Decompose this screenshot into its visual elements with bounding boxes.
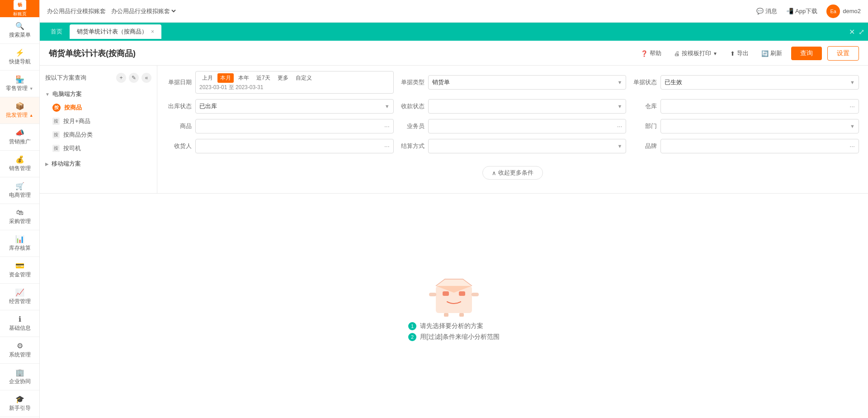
sidebar-item-system[interactable]: ⚙ 系统管理 [0,337,39,364]
header-right: 💬 消息 📲 App下载 Ea demo2 [756,5,861,18]
sidebar-item-enterprise[interactable]: 🏢 企业协同 [0,364,39,390]
warehouse-control[interactable]: ··· [660,99,859,114]
export-btn[interactable]: ⬆ 导出 [726,48,752,59]
dept-arrow-icon[interactable]: ▼ [850,124,855,129]
goods-ellipsis-icon[interactable]: ··· [384,123,390,130]
scheme-collapse-btn[interactable]: « [142,73,151,83]
settlement-control[interactable]: ▼ [428,139,627,153]
doctype-label: 单据类型 [399,78,425,86]
sidebar-item-newbie[interactable]: 🎓 新手引导 [0,390,39,417]
sidebar-item-finance[interactable]: 💳 资金管理 [0,257,39,284]
messages-label: 消息 [765,7,777,15]
filter-field-goods: 商品 ··· [166,119,394,133]
settlement-arrow-icon[interactable]: ▼ [617,143,622,149]
scheme-item-by-category[interactable]: 按 按商品分类 [47,128,157,142]
sidebar-item-operation[interactable]: 📈 经营管理 [0,284,39,310]
sidebar-item-retail[interactable]: 🏪 零售管理 ▼ [0,71,39,97]
purchase-icon: 🛍 [2,209,38,217]
app-download-btn[interactable]: 📲 App下载 [786,7,817,15]
goods-control[interactable]: ··· [195,119,394,133]
sidebar-item-label: 经营管理 [9,298,31,304]
svg-rect-2 [459,291,465,296]
scheme-panel-title: 按以下方案查询 [45,74,113,82]
sidebar-item-label: 营销推广 [9,138,31,145]
sidebar-item-quicknav[interactable]: ⚡ 快捷导航 [0,44,39,71]
scheme-group-desktop-label: 电脑端方案 [52,90,82,98]
scheme-item-by-goods[interactable]: 按 按商品 [47,101,157,114]
sidebar-item-label: 资金管理 [9,271,31,278]
sidebar-item-search[interactable]: 🔍 搜索菜单 [0,17,39,44]
scheme-item-icon: 按 [52,131,60,138]
template-print-btn[interactable]: 🖨 按模板打印 ▼ [670,48,721,59]
scheme-item-icon: 按 [52,118,60,125]
filter-field-warehouse: 仓库 ··· [632,99,859,114]
brand-ellipsis-icon[interactable]: ··· [849,142,855,150]
empty-hint-1: 1 请先选择要分析的方案 [408,322,500,330]
query-btn[interactable]: 查询 [791,47,822,60]
industry-selector[interactable]: 办公用品行业模拟账套 [109,7,177,15]
sidebar-item-ecommerce[interactable]: 🛒 电商管理 [0,177,39,204]
tab-current[interactable]: 销货单统计计表（按商品） × [70,24,161,39]
filter-section: 按以下方案查询 + ✎ « [40,66,868,193]
receiver-control[interactable]: ··· [195,139,394,153]
scheme-panel-header: 按以下方案查询 + ✎ « [40,70,157,86]
outstatus-arrow-icon[interactable]: ▼ [385,104,390,109]
svg-rect-1 [443,291,449,296]
date-filter-control[interactable]: 上月 本月 本年 近7天 更多 自定义 2023-03-01 至 2023-03… [195,71,394,94]
app-logo: 畅 标账页 [0,0,39,17]
page-actions: ❓ 帮助 🖨 按模板打印 ▼ ⬆ 导出 🔄 刷新 [637,46,859,61]
receiver-ellipsis-icon[interactable]: ··· [384,142,390,150]
window-maximize-btn[interactable]: ⤢ [859,28,864,36]
salesperson-control[interactable]: ··· [428,119,627,133]
sidebar-item-basic[interactable]: ℹ 基础信息 [0,310,39,337]
scheme-group-mobile: ▶ 移动端方案 [40,157,157,171]
scheme-add-btn[interactable]: + [116,73,126,83]
outstatus-value: 已出库 [199,102,385,110]
sidebar-item-purchase[interactable]: 🛍 采购管理 [0,204,39,230]
warehouse-ellipsis-icon[interactable]: ··· [849,103,855,110]
main-area: 办公用品行业模拟账套 办公用品行业模拟账套 💬 消息 📲 App下载 Ea de… [40,0,868,418]
scheme-group-mobile-header[interactable]: ▶ 移动端方案 [40,157,157,171]
doctype-control[interactable]: 销货单 ▼ [428,75,627,90]
window-close-btn[interactable]: ✕ [849,28,855,36]
query-label: 查询 [800,49,813,57]
tab-close-btn[interactable]: × [151,28,154,35]
filter-field-doctype: 单据类型 销货单 ▼ [399,75,627,90]
tab-current-label: 销货单统计计表（按商品） [77,28,147,36]
payment-arrow-icon[interactable]: ▼ [617,104,622,109]
brand-control[interactable]: ··· [660,139,859,153]
messages-btn[interactable]: 💬 消息 [756,7,777,15]
date-tab-custom[interactable]: 自定义 [293,73,315,83]
sidebar-item-marketing[interactable]: 📣 营销推广 [0,124,39,151]
sidebar-item-wholesale[interactable]: 📦 批发管理 ▲ [0,97,39,124]
help-btn[interactable]: ❓ 帮助 [637,48,665,59]
settings-btn[interactable]: 设置 [827,46,859,61]
message-icon: 💬 [756,8,764,14]
salesperson-ellipsis-icon[interactable]: ··· [617,123,623,130]
settings-label: 设置 [837,49,849,57]
scheme-item-by-driver[interactable]: 按 按司机 [47,142,157,155]
scheme-edit-btn[interactable]: ✎ [129,73,139,83]
avatar: Ea [826,5,840,18]
date-tab-year[interactable]: 本年 [236,73,252,83]
user-menu[interactable]: Ea demo2 [826,5,861,18]
sidebar-item-inventory[interactable]: 📊 库存核算 [0,230,39,257]
refresh-btn[interactable]: 🔄 刷新 [758,48,786,59]
date-tab-prev-month[interactable]: 上月 [199,73,216,83]
outstatus-control[interactable]: 已出库 ▼ [195,99,394,114]
docstatus-control[interactable]: 已生效 ▼ [660,75,859,90]
scheme-item-by-month-goods[interactable]: 按 按月+商品 [47,114,157,128]
scheme-group-desktop-header[interactable]: ▼ 电脑端方案 [40,87,157,101]
sidebar: 畅 标账页 🔍 搜索菜单 ⚡ 快捷导航 🏪 零售管理 ▼ 📦 批发管理 ▲ 📣 … [0,0,40,418]
date-tab-current-month[interactable]: 本月 [217,73,234,83]
collapse-more-btn[interactable]: ∧ 收起更多条件 [482,166,543,180]
tab-home[interactable]: 首页 [43,24,70,39]
dept-control[interactable]: ▼ [660,119,859,133]
date-tab-7days[interactable]: 近7天 [254,73,273,83]
docstatus-arrow-icon[interactable]: ▼ [850,80,855,85]
sidebar-item-sales[interactable]: 💰 销售管理 [0,151,39,177]
sidebar-item-label: 系统管理 [9,352,31,358]
date-tab-more[interactable]: 更多 [275,73,291,83]
payment-control[interactable]: ▼ [428,99,627,114]
doctype-arrow-icon[interactable]: ▼ [617,80,622,85]
